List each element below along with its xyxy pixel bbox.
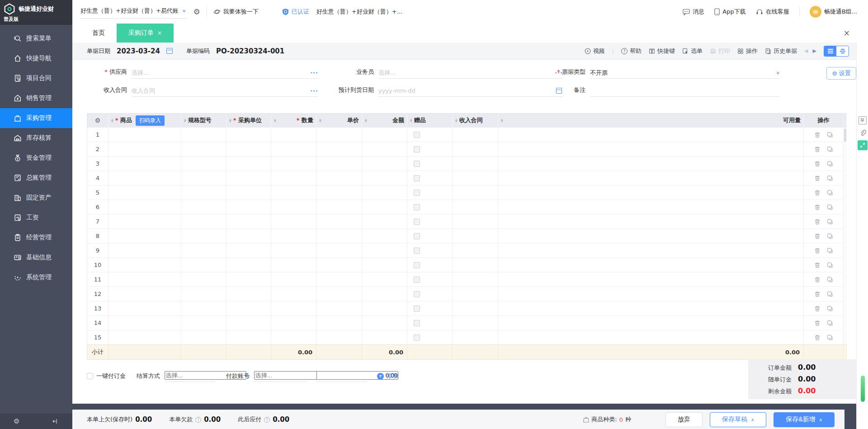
salesman-input[interactable] — [378, 69, 553, 76]
copy-row-icon[interactable] — [827, 132, 833, 138]
video-button[interactable]: 视频 — [585, 47, 605, 55]
income-contract-cell[interactable] — [453, 286, 498, 301]
qty-cell[interactable] — [271, 272, 316, 286]
unit-cell[interactable] — [226, 156, 271, 171]
product-cell[interactable] — [108, 272, 181, 286]
price-cell[interactable] — [316, 243, 362, 257]
product-cell[interactable] — [108, 171, 181, 185]
product-cell[interactable] — [108, 200, 181, 214]
copy-row-icon[interactable] — [827, 291, 833, 297]
doc-date-value[interactable]: 2023-03-24 — [117, 47, 160, 55]
supplier-input[interactable] — [132, 69, 308, 76]
gift-checkbox[interactable] — [414, 291, 420, 297]
amount-cell[interactable] — [362, 243, 407, 257]
copy-row-icon[interactable] — [827, 175, 833, 181]
table-scrollbar-track[interactable] — [844, 257, 847, 272]
gift-checkbox[interactable] — [414, 219, 420, 225]
sort-icon[interactable]: ▲▼ — [501, 119, 503, 122]
copy-row-icon[interactable] — [827, 262, 833, 268]
product-cell[interactable] — [108, 214, 181, 229]
spec-cell[interactable] — [181, 257, 226, 272]
income-contract-cell[interactable] — [453, 185, 498, 200]
arrival-date-input[interactable] — [378, 87, 554, 94]
table-scrollbar-track[interactable] — [844, 330, 847, 344]
price-cell[interactable] — [316, 200, 362, 214]
unit-cell[interactable] — [226, 330, 271, 344]
table-scrollbar-track[interactable] — [844, 214, 847, 229]
header-gift[interactable]: ▲▼赠品 — [407, 114, 453, 127]
delete-row-icon[interactable] — [814, 262, 821, 268]
remark-input[interactable] — [590, 87, 780, 94]
online-service-button[interactable]: 在线客服 — [756, 8, 789, 16]
chevron-down-icon[interactable]: ∨ — [246, 374, 250, 379]
qty-cell[interactable] — [271, 185, 316, 200]
delete-row-icon[interactable] — [814, 190, 821, 196]
unit-cell[interactable] — [226, 127, 271, 142]
gift-checkbox[interactable] — [414, 320, 420, 326]
product-cell[interactable] — [108, 257, 181, 272]
sidebar-item-project-contract[interactable]: 项目合同 — [0, 68, 72, 88]
copy-row-icon[interactable] — [827, 233, 833, 239]
gift-checkbox[interactable] — [414, 334, 420, 341]
sidebar-item-operation[interactable]: 经营管理 — [0, 228, 72, 248]
sidebar-item-base-info[interactable]: 基础信息 — [0, 248, 72, 267]
amount-cell[interactable] — [362, 127, 407, 142]
sort-icon[interactable]: ▲▼ — [410, 119, 412, 122]
amount-cell[interactable] — [362, 315, 407, 330]
sidebar-item-ledger[interactable]: 总账管理 — [0, 168, 72, 188]
pick-order-button[interactable]: 选单 — [682, 47, 703, 55]
amount-cell[interactable] — [362, 229, 407, 243]
spec-cell[interactable] — [181, 229, 226, 243]
hotkeys-button[interactable]: 快捷键 — [649, 47, 675, 55]
sort-icon[interactable]: ▲▼ — [365, 119, 367, 122]
delete-row-icon[interactable] — [814, 276, 821, 283]
qty-cell[interactable] — [271, 142, 316, 156]
user-menu[interactable]: 畅捷通B组... — [810, 6, 857, 18]
page-scrollbar-thumb[interactable] — [861, 376, 865, 402]
sort-icon[interactable]: ▲▼ — [455, 119, 458, 122]
unit-cell[interactable] — [226, 243, 271, 257]
price-cell[interactable] — [316, 330, 362, 344]
header-price[interactable]: ▲▼单价 — [316, 114, 362, 127]
amount-cell[interactable] — [362, 171, 407, 185]
next-record-icon[interactable]: ▶ — [813, 48, 816, 54]
amount-cell[interactable] — [362, 286, 407, 301]
qty-cell[interactable] — [271, 127, 316, 142]
sidebar-item-system[interactable]: 系统管理 — [0, 267, 72, 287]
product-cell[interactable] — [108, 315, 181, 330]
table-scrollbar-track[interactable] — [844, 301, 847, 315]
sidebar-item-funds[interactable]: 资金管理 — [0, 148, 72, 168]
header-available[interactable]: ▲▼可用量 — [498, 114, 804, 127]
product-switcher[interactable]: 好生意（普）+好业财（普）+易代账 ∨ — [80, 5, 187, 19]
spec-cell[interactable] — [181, 243, 226, 257]
sidebar-item-inventory[interactable]: 库存核算 — [0, 128, 72, 148]
add-payment-button[interactable]: + 添加 — [377, 372, 398, 380]
table-scrollbar-track[interactable] — [844, 156, 847, 171]
amount-cell[interactable] — [362, 257, 407, 272]
sidebar-item-fixed-assets[interactable]: 固定资产 — [0, 188, 72, 208]
tab-close-icon[interactable]: × — [157, 30, 162, 36]
table-scrollbar-track[interactable] — [844, 272, 847, 286]
app-download-button[interactable]: App下载 — [714, 8, 745, 16]
supplier-picker-icon[interactable]: ··· — [308, 69, 318, 76]
product-cell[interactable] — [108, 156, 181, 171]
unit-cell[interactable] — [226, 185, 271, 200]
amount-cell[interactable] — [362, 272, 407, 286]
delete-row-icon[interactable] — [814, 161, 821, 167]
qty-cell[interactable] — [271, 330, 316, 344]
expand-button[interactable] — [858, 140, 868, 150]
history-button[interactable]: 历史单据 — [765, 47, 797, 55]
tab-purchase-order[interactable]: 采购订单 × — [117, 24, 174, 43]
unit-cell[interactable] — [226, 214, 271, 229]
table-scrollbar-track[interactable] — [844, 171, 847, 185]
gift-checkbox[interactable] — [414, 276, 420, 283]
copy-row-icon[interactable] — [827, 305, 833, 312]
cancel-button[interactable]: 放弃 — [665, 412, 703, 427]
help-icon[interactable]: ? — [264, 417, 270, 423]
certified-badge[interactable]: 已认证 好生意（普）+好业财（普）+... — [282, 8, 402, 16]
spec-cell[interactable] — [181, 127, 226, 142]
delete-row-icon[interactable] — [814, 132, 821, 138]
prev-record-icon[interactable]: ◀ — [804, 48, 808, 54]
sidebar-item-payroll[interactable]: 工资 — [0, 208, 72, 228]
product-cell[interactable] — [108, 301, 181, 315]
